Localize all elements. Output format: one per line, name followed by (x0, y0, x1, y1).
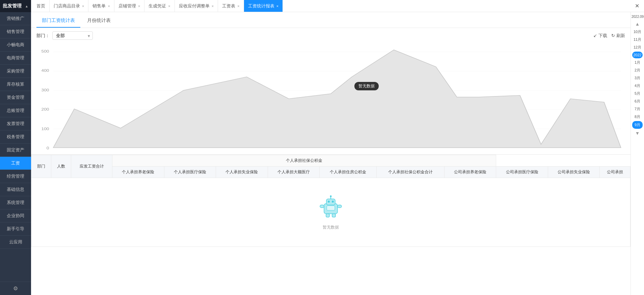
timeline-nov[interactable]: 11月 (631, 36, 644, 43)
timeline-arrow-down[interactable]: ▼ (634, 129, 641, 137)
timeline-arrow-up[interactable]: ▲ (634, 20, 641, 28)
table-section[interactable]: 部门 人数 应发工资合计 个人承担社保公积金 个人承担养老保险 个人承担医疗保险… (31, 154, 630, 295)
sidebar-item-xtgl[interactable]: 系统管理 (0, 196, 31, 209)
sidebar-item-xsgl[interactable]: 销售管理 (0, 25, 31, 38)
download-icon: ↙ (593, 33, 597, 38)
sidebar-item-dsgl[interactable]: 电商管理 (0, 52, 31, 65)
timeline-apr[interactable]: 4月 (631, 82, 644, 90)
sidebar-item-yyy[interactable]: 云应用 (0, 236, 31, 249)
empty-robot-icon (317, 194, 344, 221)
chart-section: 0 100 200 300 400 500 (31, 43, 630, 154)
timeline-jun[interactable]: 6月 (631, 97, 644, 105)
svg-text:300: 300 (42, 88, 49, 92)
tab-label-store: 店铺管理 (118, 3, 136, 9)
timeline-mar[interactable]: 3月 (631, 74, 644, 82)
tab-close-sale[interactable]: × (108, 4, 110, 8)
sidebar-item-qyxt[interactable]: 企业协同 (0, 209, 31, 223)
tab-payroll[interactable]: 工资表× (218, 0, 244, 12)
svg-text:0: 0 (47, 146, 49, 150)
chart-svg: 0 100 200 300 400 500 (36, 47, 625, 151)
sidebar-item-swgl[interactable]: 税务管理 (0, 130, 31, 144)
sidebar-item-fpgl[interactable]: 发票管理 (0, 117, 31, 130)
sub-tab-month[interactable]: 月份统计表 (82, 16, 116, 28)
tab-bar-close-button[interactable]: ✕ (632, 3, 643, 9)
empty-row: 暂无数据 (31, 178, 630, 247)
timeline-sep[interactable]: 9月 (632, 121, 643, 129)
th-p-pension: 个人承担养老保险 (112, 167, 164, 178)
timeline-aug[interactable]: 8月 (631, 113, 644, 121)
svg-rect-13 (326, 199, 335, 205)
tab-label-payroll: 工资表 (222, 3, 235, 9)
svg-point-14 (328, 201, 330, 203)
svg-rect-20 (332, 214, 336, 217)
th-count: 人数 (51, 155, 71, 178)
sidebar-item-jygl[interactable]: 经营管理 (0, 170, 31, 183)
table-header-row1: 部门 人数 应发工资合计 个人承担社保公积金 (31, 155, 630, 167)
timeline-oct[interactable]: 10月 (631, 28, 644, 36)
tab-ap[interactable]: 应收应付调整单× (175, 0, 218, 12)
th-c-pension: 公司承担养老保险 (444, 167, 496, 178)
toolbar-left: 部门： 全部 (36, 31, 93, 40)
toolbar-right: ↙ 下载 ↻ 刷新 (593, 33, 625, 39)
download-button[interactable]: ↙ 下载 (593, 33, 607, 39)
tab-close-store[interactable]: × (138, 4, 140, 8)
tab-close-ap[interactable]: × (212, 4, 214, 8)
sidebar-item-jcxx[interactable]: 基础信息 (0, 183, 31, 196)
dept-select-wrapper: 全部 (52, 31, 93, 40)
sidebar-item-kche[interactable]: 库存核算 (0, 78, 31, 91)
sidebar-item-xsyd[interactable]: 新手引导 (0, 223, 31, 236)
tab-shop[interactable]: 门店商品目录× (50, 0, 88, 12)
sidebar: 批发管理 ▲ 营销推广销售管理小畅电商电商管理采购管理库存核算资金管理总账管理发… (0, 0, 31, 295)
svg-text:200: 200 (42, 107, 49, 111)
dept-label: 部门： (36, 33, 50, 39)
download-label: 下载 (598, 33, 607, 39)
tabs-container: 首页门店商品目录×销售单×店铺管理×生成凭证×应收应付调整单×工资表×工资统计报… (32, 0, 632, 12)
svg-point-15 (332, 201, 334, 203)
settings-icon[interactable]: ⚙ (13, 286, 18, 291)
th-dept: 部门 (31, 155, 51, 178)
sidebar-items: 营销推广销售管理小畅电商电商管理采购管理库存核算资金管理总账管理发票管理税务管理… (0, 12, 31, 249)
sidebar-title: 批发管理 (3, 3, 22, 9)
refresh-label: 刷新 (616, 33, 625, 39)
sidebar-item-gz[interactable]: 工资 (0, 157, 31, 170)
th-p-housing: 个人承担住房公积金 (320, 167, 377, 178)
timeline-2022[interactable]: 2022 (632, 52, 643, 58)
sidebar-item-yxtt[interactable]: 营销推广 (0, 12, 31, 25)
sidebar-item-zjgl[interactable]: 资金管理 (0, 91, 31, 104)
timeline-jan[interactable]: 1月 (631, 59, 644, 66)
refresh-icon: ↻ (611, 33, 615, 38)
tab-home[interactable]: 首页 (32, 0, 50, 12)
sub-tab-dept[interactable]: 部门工资统计表 (36, 16, 80, 28)
sidebar-item-xpds[interactable]: 小畅电商 (0, 38, 31, 52)
empty-state: 暂无数据 (35, 181, 627, 244)
tab-stat[interactable]: 工资统计报表× (244, 0, 283, 12)
sidebar-item-zzgl[interactable]: 总账管理 (0, 104, 31, 117)
chart-area (53, 50, 621, 148)
tab-store[interactable]: 店铺管理× (114, 0, 144, 12)
timeline-feb[interactable]: 2月 (631, 66, 644, 74)
tab-sale[interactable]: 销售单× (88, 0, 114, 12)
svg-rect-18 (327, 206, 335, 210)
tab-close-stat[interactable]: × (276, 4, 278, 8)
tab-close-cert[interactable]: × (168, 4, 170, 8)
tab-cert[interactable]: 生成凭证× (144, 0, 175, 12)
th-p-medical: 个人承担医疗保险 (164, 167, 216, 178)
svg-text:100: 100 (42, 127, 49, 131)
th-p-major-medical: 个人承担大额医疗 (268, 167, 319, 178)
timeline-jul[interactable]: 7月 (631, 105, 644, 113)
chart-tooltip: 暂无数据 (354, 82, 379, 90)
refresh-button[interactable]: ↻ 刷新 (611, 33, 625, 39)
timeline-may[interactable]: 5月 (631, 90, 644, 97)
timeline-dec[interactable]: 12月 (631, 43, 644, 51)
sidebar-header[interactable]: 批发管理 ▲ (0, 0, 31, 12)
sidebar-item-gdzc[interactable]: 固定资产 (0, 144, 31, 157)
tab-close-shop[interactable]: × (82, 4, 84, 8)
timeline-panel: 2022.09 ▲ 10月 11月 12月 2022 1月 2月 3月 4月 5… (630, 12, 644, 295)
dept-select[interactable]: 全部 (52, 31, 93, 40)
svg-point-17 (330, 196, 332, 197)
th-c-more: 公司承担 (600, 167, 630, 178)
sidebar-item-cggl[interactable]: 采购管理 (0, 65, 31, 78)
svg-rect-21 (320, 205, 324, 208)
tab-close-payroll[interactable]: × (237, 4, 239, 8)
th-personal-group: 个人承担社保公积金 (112, 155, 496, 167)
